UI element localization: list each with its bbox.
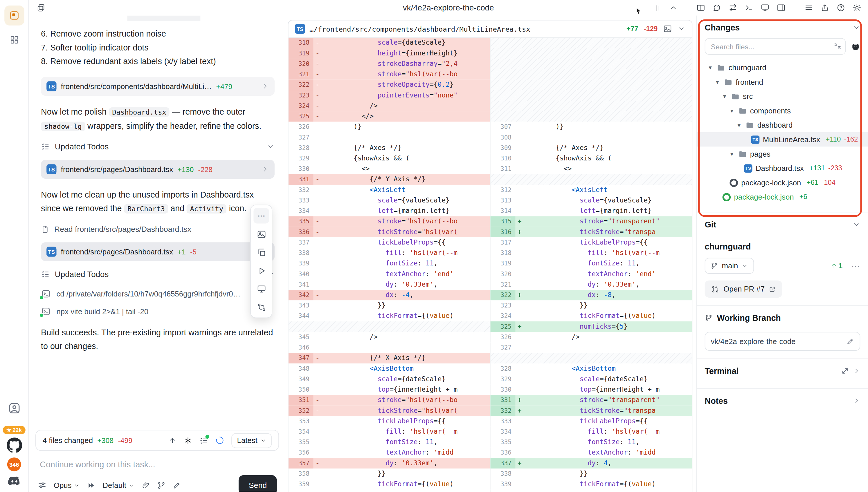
swap-icon[interactable] bbox=[728, 3, 737, 12]
changes-section-header[interactable]: Changes bbox=[705, 16, 860, 37]
deletions-count: -228 bbox=[198, 165, 213, 173]
tree-folder[interactable]: ▾src bbox=[697, 89, 868, 103]
attach-icon[interactable] bbox=[142, 481, 150, 489]
skip-forward-icon[interactable] bbox=[87, 481, 95, 489]
open-pr-button[interactable]: Open PR #7 bbox=[705, 280, 782, 298]
diff-row: 346327 bbox=[288, 342, 692, 353]
file-name: frontend/src/components/dashboard/MultiL… bbox=[61, 82, 212, 91]
git-branch-icon bbox=[705, 314, 712, 322]
diff-view-icon[interactable] bbox=[663, 24, 672, 33]
git-compare-icon[interactable] bbox=[253, 299, 269, 315]
collapse-tree-icon[interactable] bbox=[834, 42, 842, 50]
search-files-input[interactable] bbox=[705, 38, 846, 55]
folder-icon bbox=[738, 150, 747, 158]
spark-icon[interactable] bbox=[184, 436, 192, 445]
tree-file[interactable]: TSMultiLineArea.tsx+110-162 bbox=[697, 132, 868, 147]
chevron-right-icon[interactable] bbox=[853, 367, 861, 374]
chat-bubble-icon[interactable] bbox=[712, 3, 721, 12]
chevron-down-icon[interactable] bbox=[852, 220, 861, 228]
chevron-down-icon[interactable] bbox=[852, 24, 861, 31]
copy-icon[interactable] bbox=[253, 245, 269, 260]
share-icon[interactable] bbox=[820, 3, 829, 12]
tree-folder[interactable]: ▾churnguard bbox=[697, 60, 868, 75]
updated-todos-row[interactable]: Updated Todos bbox=[41, 270, 275, 279]
pencil-icon[interactable] bbox=[846, 337, 854, 345]
commits-ahead-badge[interactable]: 1 bbox=[830, 262, 842, 270]
inline-code-chip: shadow-lg bbox=[41, 122, 85, 131]
monitor-icon[interactable] bbox=[760, 3, 770, 12]
tree-file[interactable]: TSDashboard.tsx+131-233 bbox=[697, 161, 868, 175]
terminal-section-header[interactable]: Terminal bbox=[705, 359, 860, 380]
branch-dropdown[interactable]: main bbox=[705, 258, 754, 274]
tree-folder[interactable]: ▾pages bbox=[697, 147, 868, 161]
send-button[interactable]: Send bbox=[239, 475, 277, 492]
diff-body[interactable]: 318- scale={dateScale}319- height={inner… bbox=[288, 38, 692, 492]
file-diff-chip[interactable]: TS frontend/src/components/dashboard/Mul… bbox=[41, 77, 275, 96]
json-file-icon bbox=[722, 193, 731, 201]
additions-count: +61 bbox=[806, 179, 818, 187]
todos-status-icon[interactable] bbox=[200, 436, 208, 445]
help-icon[interactable] bbox=[836, 3, 845, 12]
tabs-icon[interactable] bbox=[37, 3, 46, 12]
discord-icon[interactable] bbox=[7, 474, 22, 489]
pen-icon[interactable] bbox=[173, 481, 181, 489]
working-branch-field[interactable]: vk/4e2a-explore-the-code bbox=[705, 332, 860, 351]
chevron-down-icon bbox=[128, 482, 135, 488]
file-diff-chip[interactable]: TS frontend/src/pages/Dashboard.tsx +1 -… bbox=[41, 242, 275, 261]
tree-file[interactable]: package-lock.json+61-104 bbox=[697, 175, 868, 190]
chevron-up-icon[interactable] bbox=[669, 3, 678, 12]
chevron-expanded-icon: ▾ bbox=[721, 93, 728, 100]
notes-section-header[interactable]: Notes bbox=[705, 389, 860, 411]
arrow-up-icon[interactable] bbox=[168, 436, 177, 445]
branch-icon[interactable] bbox=[157, 481, 166, 489]
model-dropdown[interactable]: Opus bbox=[54, 481, 80, 489]
sliders-icon[interactable] bbox=[38, 481, 47, 490]
more-menu-icon[interactable]: ⋯ bbox=[851, 261, 861, 271]
changes-summary-bar[interactable]: 4 files changed +308 -499 Latest bbox=[36, 430, 279, 451]
diff-row: 353 tickLabelProps={{333 tickLabelProps=… bbox=[288, 416, 692, 426]
account-icon[interactable] bbox=[4, 398, 24, 418]
terminal-icon[interactable] bbox=[745, 3, 754, 12]
updated-todos-row[interactable]: Updated Todos bbox=[41, 142, 275, 151]
diff-row: 327308 bbox=[288, 132, 692, 143]
json-file-icon bbox=[729, 178, 738, 187]
expand-icon[interactable] bbox=[841, 367, 848, 374]
tree-folder[interactable]: ▾components bbox=[697, 103, 868, 118]
hover-toolbar: ⋯ bbox=[250, 205, 272, 318]
read-file-row[interactable]: Read frontend/src/pages/Dashboard.tsx bbox=[41, 224, 275, 233]
tree-folder[interactable]: ▾frontend bbox=[697, 75, 868, 89]
mascot-icon[interactable] bbox=[851, 42, 860, 51]
deletions-count: -104 bbox=[822, 179, 836, 187]
star-icon: ★ bbox=[6, 427, 11, 433]
git-section-header[interactable]: Git bbox=[705, 212, 860, 234]
menu-icon[interactable] bbox=[804, 3, 814, 12]
panel-right-icon[interactable] bbox=[777, 3, 785, 12]
more-handle-icon[interactable]: ⋯ bbox=[253, 208, 269, 223]
file-diff-chip[interactable]: TS frontend/src/pages/Dashboard.tsx +130… bbox=[41, 160, 275, 179]
github-icon[interactable] bbox=[6, 438, 22, 453]
play-icon[interactable] bbox=[253, 263, 269, 278]
apps-grid-icon[interactable] bbox=[4, 30, 24, 50]
chevron-right-icon[interactable] bbox=[853, 397, 861, 404]
terminal-command-row[interactable]: npx vite build 2>&1 | tail -20 bbox=[41, 306, 275, 316]
screenshot-icon[interactable] bbox=[253, 226, 269, 242]
additions-count: +308 bbox=[97, 436, 114, 445]
message-input[interactable] bbox=[39, 459, 272, 470]
columns-icon[interactable] bbox=[697, 3, 705, 12]
chevron-down-icon[interactable] bbox=[267, 143, 275, 151]
mode-dropdown[interactable]: Default bbox=[102, 481, 134, 489]
github-stars-badge[interactable]: ★ 22k bbox=[3, 426, 26, 434]
typescript-icon: TS bbox=[295, 24, 305, 34]
monitor-icon[interactable] bbox=[253, 281, 269, 296]
gear-icon[interactable] bbox=[852, 3, 862, 12]
tree-folder[interactable]: ▾dashboard bbox=[697, 118, 868, 132]
folder-icon bbox=[717, 63, 725, 72]
pause-icon[interactable] bbox=[654, 3, 662, 12]
spinner-icon bbox=[215, 436, 225, 445]
workspace-icon[interactable] bbox=[4, 5, 24, 26]
assistant-paragraph: Now let me clean up the unused imports i… bbox=[41, 188, 275, 216]
terminal-command-row[interactable]: cd /private/var/folders/10/h7w0q46556ggr… bbox=[41, 289, 275, 298]
collapse-chevron-icon[interactable] bbox=[678, 25, 685, 33]
version-dropdown[interactable]: Latest bbox=[231, 433, 272, 448]
tree-file[interactable]: package-lock.json+6 bbox=[697, 190, 868, 204]
